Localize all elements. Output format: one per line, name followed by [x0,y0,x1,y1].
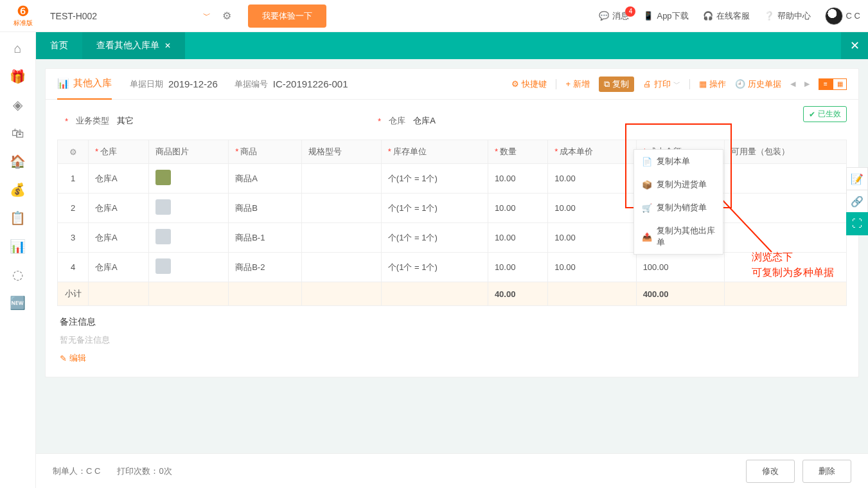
table-row[interactable]: 4仓库A商品B-2个(1个 = 1个)10.0010.00100.00 [58,253,847,282]
cell-amount: 100.00 [636,253,724,282]
org-selector[interactable]: TEST-H002 ﹀ [50,10,211,21]
status-badge: ✔ 已生效 [803,106,847,122]
biz-type-field: * 业务类型 其它 [65,115,134,127]
tab-close-all-button[interactable]: ✕ [841,32,868,59]
print-action[interactable]: 🖨 打印 ﹀ [643,78,680,90]
col-image: 商品图片 [149,140,229,164]
row-index: 4 [58,253,89,282]
chevron-left-icon[interactable]: ◀ [790,80,795,88]
link-icon[interactable]: 🔗 [846,190,868,213]
ops-action[interactable]: ▦ 操作 [699,78,726,90]
nav-circle-icon[interactable]: ◌ [11,267,25,282]
user-name: C C [846,11,860,21]
message-count-badge: 4 [625,6,635,17]
chart-icon: 📊 [57,78,69,89]
gear-icon[interactable]: ⚙ [222,10,231,22]
copy-sales-item[interactable]: 🛒复制为销货单 [634,196,723,219]
footer-bar: 制单人：C C 打印次数：0次 修改 删除 [36,453,868,488]
cell-image [149,253,229,282]
plus-icon: + [565,79,571,89]
side-float-toolbar: 📝 🔗 ⛶ [846,167,868,235]
cell-unit-cost: 10.00 [548,164,636,194]
user-menu[interactable]: C C [825,7,860,25]
app-download-link[interactable]: 📱 App下载 [643,10,688,22]
required-star: * [378,116,381,126]
nav-diamond-icon[interactable]: ◈ [11,98,25,112]
footer-buttons: 修改 删除 [746,460,851,483]
table-row[interactable]: 2仓库A商品B个(1个 = 1个)10.0010.00100.00 [58,194,847,223]
try-button[interactable]: 我要体验一下 [248,5,326,28]
document-card: 📊 其他入库 单据日期 2019-12-26 单据编号 IC-20191226-… [45,68,859,377]
edit-remarks-link[interactable]: ✎ 编辑 [60,352,86,364]
messages-link[interactable]: 💬 消息 4 [599,10,629,22]
gear-icon: ⚙ [511,79,519,89]
nav-new-icon[interactable]: 🆕 [11,296,25,310]
close-icon[interactable]: ✕ [164,41,171,50]
edition-label: 标准版 [13,19,33,28]
cell-spec [302,164,382,194]
avatar-icon [825,7,843,25]
expand-icon[interactable]: ⛶ [846,212,868,235]
annotation-text: 浏览态下 可复制为多种单据 [752,249,834,280]
product-thumb-icon [155,199,171,215]
logo-icon: ❻ [17,5,30,19]
doc-type-tab[interactable]: 📊 其他入库 [57,69,112,100]
view-list-button[interactable]: ≡ [819,78,833,90]
cell-warehouse: 仓库A [89,223,149,253]
modify-button[interactable]: 修改 [746,460,795,483]
note-icon[interactable]: 📝 [846,167,868,190]
table-row[interactable]: 3仓库A商品B-1个(1个 = 1个)10.0010.00100.00 [58,223,847,253]
grid-icon: ▦ [699,79,707,89]
shortcut-action[interactable]: ⚙ 快捷键 [511,78,547,90]
cell-unit-cost: 10.00 [548,194,636,223]
cell-qty: 10.00 [488,164,547,194]
nav-report-icon[interactable]: 📊 [11,239,25,253]
copy-other-out-item[interactable]: 📤复制为其他出库单 [634,219,723,254]
copy-purchase-item[interactable]: 📦复制为进货单 [634,173,723,196]
no-value: IC-20191226-001 [273,78,348,89]
subtotal-qty: 40.00 [488,282,547,306]
chevron-right-icon[interactable]: ▶ [804,80,810,88]
delete-button[interactable]: 删除 [802,460,851,483]
footer-meta: 制单人：C C 打印次数：0次 [53,465,172,477]
col-qty: 数量 [488,140,547,164]
nav-gift-icon[interactable]: 🎁 [11,69,25,84]
copy-dropdown: 📄复制本单 📦复制为进货单 🛒复制为销货单 📤复制为其他出库单 [633,149,723,255]
nav-bag-icon[interactable]: 🛍 [11,126,25,140]
export-icon: 📤 [642,232,652,242]
cell-warehouse: 仓库A [89,253,149,282]
view-grid-button[interactable]: ▦ [833,78,847,90]
chat-icon: 💬 [599,11,609,21]
col-unit: 库存单位 [381,140,488,164]
cell-warehouse: 仓库A [89,164,149,194]
online-service-link[interactable]: 🎧 在线客服 [703,10,750,22]
nav-clipboard-icon[interactable]: 📋 [11,211,25,225]
nav-warehouse-icon[interactable]: 🏠 [11,154,25,168]
date-label: 单据日期 [130,78,163,90]
nav-home-icon[interactable]: ⌂ [11,41,25,55]
cell-available [725,164,847,194]
cell-product: 商品A [229,164,302,194]
cell-warehouse: 仓库A [89,194,149,223]
headset-icon: 🎧 [703,11,713,21]
tab-home[interactable]: 首页 [36,32,82,59]
history-action[interactable]: 🕘 历史单据 [735,78,781,90]
divider [556,79,556,89]
nav-money-icon[interactable]: 💰 [11,183,25,197]
table-wrap: ⚙ 仓库 商品图片 商品 规格型号 库存单位 数量 成本单价 成本金额 可用量（… [57,140,847,306]
product-thumb-icon [155,170,171,185]
tab-current[interactable]: 查看其他入库单 ✕ [82,32,185,59]
add-action[interactable]: + 新增 [565,78,590,90]
col-gear[interactable]: ⚙ [58,140,89,164]
help-center-link[interactable]: ❔ 帮助中心 [764,10,811,22]
col-product: 商品 [229,140,302,164]
copy-icon: ⧉ [604,79,610,89]
subtotal-row: 小计40.00400.00 [58,282,847,306]
logo: ❻ 标准版 [8,5,39,28]
table-row[interactable]: 1仓库A商品A个(1个 = 1个)10.0010.00100.00 [58,164,847,194]
copy-this-item[interactable]: 📄复制本单 [634,150,723,173]
left-nav-rail: ⌂ 🎁 ◈ 🛍 🏠 💰 📋 📊 ◌ 🆕 [0,32,36,488]
pencil-icon: ✎ [60,354,67,363]
remarks-title: 备注信息 [60,316,844,328]
copy-action[interactable]: ⧉ 复制 [599,77,634,92]
